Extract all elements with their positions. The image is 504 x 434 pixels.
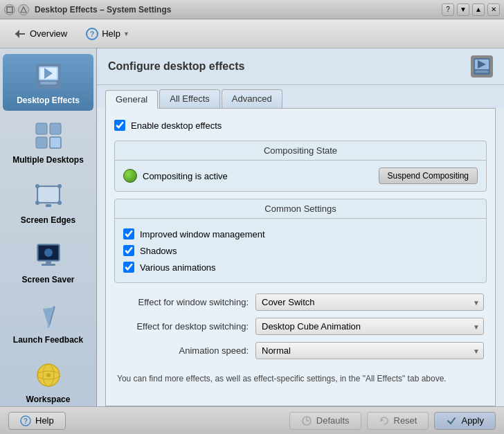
- improved-window-checkbox[interactable]: [123, 228, 134, 239]
- apply-button[interactable]: Apply: [434, 412, 496, 430]
- sidebar-item-multiple-desktops[interactable]: Multiple Desktops: [3, 114, 93, 170]
- various-animations-row[interactable]: Various animations: [123, 259, 478, 275]
- tab-bar: General All Effects Advanced: [97, 85, 504, 108]
- sidebar-item-launch-feedback-label: Launch Feedback: [13, 335, 83, 345]
- svg-rect-25: [46, 261, 51, 264]
- various-animations-checkbox[interactable]: [123, 262, 134, 273]
- desktop-switching-select-wrapper[interactable]: Desktop Cube Animation Slide Fade Cover …: [255, 318, 484, 335]
- titlebar-icons: [4, 4, 29, 15]
- svg-rect-37: [476, 71, 488, 73]
- sidebar-item-launch-feedback[interactable]: Launch Feedback: [3, 293, 93, 350]
- overview-label: Overview: [30, 28, 67, 39]
- page-title: Configure desktop effects: [108, 60, 244, 73]
- multiple-desktops-icon: [32, 119, 65, 152]
- close-button[interactable]: ✕: [487, 3, 500, 16]
- reset-icon: [379, 415, 390, 426]
- sidebar-item-workspace-label: Workspace: [26, 395, 71, 404]
- svg-marker-1: [21, 7, 26, 12]
- shadows-row[interactable]: Shadows: [123, 242, 478, 259]
- desktop-switching-select[interactable]: Desktop Cube Animation Slide Fade Cover …: [255, 318, 484, 335]
- tab-general[interactable]: General: [105, 90, 158, 109]
- sidebar-item-screen-saver-label: Screen Saver: [21, 275, 74, 284]
- sidebar-item-desktop-effects[interactable]: Desktop Effects: [3, 54, 93, 111]
- compositing-section: Compositing State Compositing is active …: [114, 141, 487, 192]
- reset-label: Reset: [394, 415, 417, 426]
- animation-speed-select-wrapper[interactable]: Very Slow Slow Normal Fast Very Fast ▼: [255, 342, 484, 359]
- compositing-title: Compositing State: [115, 141, 486, 161]
- workspace-icon: [32, 359, 65, 392]
- svg-rect-3: [15, 33, 25, 35]
- bottom-bar: ? Help Defaults Reset: [0, 406, 504, 434]
- svg-text:?: ?: [90, 30, 95, 38]
- improved-window-row[interactable]: Improved window management: [123, 226, 478, 242]
- content-icon: [471, 55, 493, 78]
- enable-effects-row[interactable]: Enable desktop effects: [114, 117, 487, 134]
- content-header: Configure desktop effects: [97, 48, 504, 85]
- launch-feedback-icon: [32, 299, 65, 332]
- window-switching-label: Effect for window switching:: [117, 297, 255, 307]
- defaults-icon: [301, 415, 312, 426]
- compositing-status: Compositing is active: [123, 169, 228, 183]
- defaults-label: Defaults: [316, 415, 350, 426]
- maximize-button[interactable]: ▲: [472, 3, 485, 16]
- bottom-right-buttons: Defaults Reset Apply: [289, 412, 496, 430]
- suspend-compositing-button[interactable]: Suspend Compositing: [379, 168, 478, 184]
- help-bottom-button[interactable]: ? Help: [8, 412, 66, 430]
- titlebar-icon-1: [4, 4, 15, 15]
- svg-rect-0: [7, 7, 12, 12]
- tab-advanced[interactable]: Advanced: [222, 89, 282, 108]
- compositing-status-text: Compositing is active: [143, 171, 228, 181]
- content-area: Configure desktop effects General All Ef…: [97, 48, 504, 406]
- window-switching-select[interactable]: Cover Switch Flip Switch Box Switch Desk…: [255, 293, 484, 311]
- help-icon: ?: [85, 27, 99, 41]
- help-label: Help: [102, 28, 120, 39]
- sidebar-item-desktop-effects-label: Desktop Effects: [17, 96, 80, 105]
- titlebar: Desktop Effects – System Settings ? ▼ ▲ …: [0, 0, 504, 19]
- svg-rect-13: [36, 137, 47, 148]
- enable-effects-checkbox[interactable]: [114, 120, 125, 131]
- info-text: You can find more effects, as well as ef…: [114, 368, 487, 389]
- svg-marker-28: [43, 307, 54, 327]
- shadows-label: Shadows: [140, 246, 177, 256]
- screen-saver-icon: [32, 239, 65, 272]
- titlebar-controls[interactable]: ? ▼ ▲ ✕: [442, 3, 500, 16]
- compositing-body: Compositing is active Suspend Compositin…: [115, 161, 486, 191]
- window-switching-select-wrapper[interactable]: Cover Switch Flip Switch Box Switch Desk…: [255, 293, 484, 311]
- help-dropdown-icon: ▼: [123, 30, 129, 37]
- svg-rect-14: [50, 137, 61, 148]
- sidebar: Desktop Effects Multiple Desktops: [0, 48, 97, 406]
- animation-speed-label: Animation speed:: [117, 345, 255, 356]
- overview-button[interactable]: Overview: [6, 24, 75, 44]
- desktop-switching-label: Effect for desktop switching:: [117, 321, 255, 332]
- sidebar-item-screen-saver[interactable]: Screen Saver: [3, 233, 93, 290]
- help-button[interactable]: ? Help ▼: [78, 24, 137, 44]
- help-bottom-label: Help: [35, 415, 54, 426]
- svg-point-19: [35, 201, 39, 205]
- svg-marker-41: [381, 419, 384, 422]
- back-arrow-icon: [13, 27, 27, 41]
- sidebar-item-screen-edges[interactable]: Screen Edges: [3, 174, 93, 230]
- common-settings-body: Improved window management Shadows Vario…: [115, 219, 486, 282]
- svg-point-20: [57, 201, 62, 205]
- svg-rect-16: [39, 188, 58, 201]
- sidebar-item-screen-edges-label: Screen Edges: [21, 215, 75, 225]
- various-animations-label: Various animations: [140, 262, 216, 273]
- apply-label: Apply: [461, 415, 484, 426]
- common-settings-title: Common Settings: [115, 199, 486, 219]
- svg-rect-21: [46, 204, 51, 207]
- minimize-button[interactable]: ▼: [457, 3, 469, 16]
- window-switching-row: Effect for window switching: Cover Switc…: [114, 290, 487, 314]
- svg-rect-26: [42, 264, 55, 266]
- active-status-dot: [123, 169, 137, 183]
- shadows-checkbox[interactable]: [123, 245, 134, 256]
- sidebar-item-multiple-desktops-label: Multiple Desktops: [12, 155, 84, 165]
- defaults-button[interactable]: Defaults: [289, 412, 361, 430]
- svg-point-29: [44, 325, 53, 329]
- sidebar-item-workspace[interactable]: Workspace: [3, 353, 93, 406]
- enable-effects-label: Enable desktop effects: [131, 120, 222, 131]
- help-ctrl-button[interactable]: ?: [442, 3, 454, 16]
- animation-speed-select[interactable]: Very Slow Slow Normal Fast Very Fast: [255, 342, 484, 359]
- tab-all-effects[interactable]: All Effects: [159, 89, 220, 108]
- titlebar-icon-2: [18, 4, 29, 15]
- reset-button[interactable]: Reset: [367, 412, 429, 430]
